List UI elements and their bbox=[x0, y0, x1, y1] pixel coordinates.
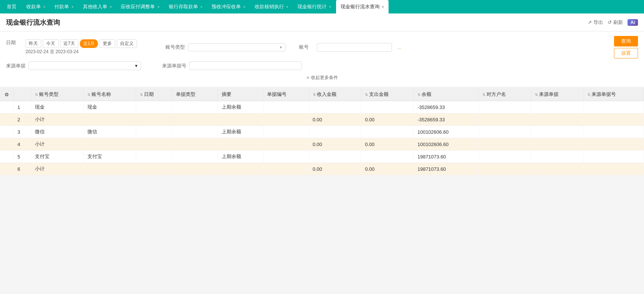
td-expense bbox=[361, 126, 414, 138]
td-date bbox=[136, 163, 172, 175]
collapse-button[interactable]: ∧ 收起更多条件 bbox=[6, 73, 638, 82]
td-counterparty bbox=[479, 151, 531, 163]
td-source-doc-no bbox=[583, 163, 644, 175]
th-date[interactable]: ⇅日期 bbox=[136, 88, 172, 101]
td-date bbox=[136, 101, 172, 113]
source-doc-select[interactable]: ▾ bbox=[29, 61, 141, 70]
nav-tab-fukuandan[interactable]: 付款单 × bbox=[50, 0, 78, 13]
td-voucher-no bbox=[263, 151, 309, 163]
nav-tab-yingshouyingfu[interactable]: 应收应付调整单 × bbox=[116, 0, 164, 13]
th-balance[interactable]: ⇅余额 bbox=[413, 88, 478, 101]
th-source-doc[interactable]: ⇅来源单据 bbox=[531, 88, 583, 101]
td-index: 6 bbox=[14, 163, 31, 175]
td-balance: -3528659.33 bbox=[413, 101, 478, 113]
date-btn-yesterday[interactable]: 昨天 bbox=[26, 39, 41, 48]
td-account-type: 小计 bbox=[31, 138, 84, 151]
td-source-doc-no bbox=[583, 113, 644, 126]
date-btn-more[interactable]: 更多 bbox=[99, 39, 115, 48]
th-source-doc-no[interactable]: ⇅来源单据号 bbox=[583, 88, 644, 101]
th-account-type[interactable]: ⇅账号类型 bbox=[31, 88, 84, 101]
th-counterparty[interactable]: ⇅对方户名 bbox=[479, 88, 531, 101]
td-account-type: 支付宝 bbox=[31, 151, 84, 163]
td-gear bbox=[0, 126, 14, 138]
td-voucher-type bbox=[172, 151, 218, 163]
td-account-type: 小计 bbox=[31, 163, 84, 175]
query-button[interactable]: 查询 bbox=[614, 36, 638, 46]
close-icon[interactable]: × bbox=[200, 4, 203, 9]
nav-tab-xianjinliushui[interactable]: 现金银行流水查询 × bbox=[336, 0, 389, 13]
td-summary: 上期余额 bbox=[218, 151, 263, 163]
td-counterparty bbox=[479, 101, 531, 113]
td-gear bbox=[0, 151, 14, 163]
th-gear[interactable]: ⚙ bbox=[0, 88, 14, 101]
nav-tab-yushou[interactable]: 预收冲应收单 × bbox=[207, 0, 250, 13]
td-source-doc-no bbox=[583, 151, 644, 163]
td-gear bbox=[0, 113, 14, 126]
td-summary bbox=[218, 163, 263, 175]
nav-tab-yinhangcunqu[interactable]: 银行存取款单 × bbox=[164, 0, 207, 13]
close-icon[interactable]: × bbox=[157, 4, 159, 9]
td-voucher-type bbox=[172, 113, 218, 126]
td-gear bbox=[0, 101, 14, 113]
td-source-doc bbox=[531, 138, 583, 151]
action-buttons: 查询 设置 bbox=[614, 36, 638, 58]
td-voucher-type bbox=[172, 163, 218, 175]
close-icon[interactable]: × bbox=[110, 4, 112, 9]
td-voucher-type bbox=[172, 138, 218, 151]
td-account-name bbox=[84, 163, 136, 175]
td-date bbox=[136, 151, 172, 163]
settings-button[interactable]: 设置 bbox=[614, 48, 638, 58]
account-type-select[interactable]: ▾ bbox=[188, 43, 285, 51]
account-dots-button[interactable]: ... bbox=[395, 44, 404, 51]
td-source-doc-no bbox=[583, 126, 644, 138]
export-button[interactable]: ↗ 导出 bbox=[588, 19, 603, 26]
td-voucher-no bbox=[263, 163, 309, 175]
close-icon[interactable]: × bbox=[43, 4, 45, 9]
td-summary bbox=[218, 113, 263, 126]
date-btn-today[interactable]: 今天 bbox=[43, 39, 59, 48]
source-doc-num-input[interactable] bbox=[193, 63, 299, 69]
date-btn-custom[interactable]: 自定义 bbox=[117, 39, 137, 48]
td-expense: 0.00 bbox=[361, 138, 414, 151]
th-account-name[interactable]: ⇅账号名称 bbox=[84, 88, 136, 101]
nav-tab-xianjintongji[interactable]: 现金银行统计 × bbox=[293, 0, 336, 13]
td-source-doc bbox=[531, 113, 583, 126]
table-row: 4小计0.000.00100102606.60 bbox=[0, 138, 644, 151]
filter-area: 日期 昨天 今天 近7天 近1月 更多 自定义 2023-02-24 至 202… bbox=[0, 31, 644, 87]
page-header: 现金银行流水查询 ↗ 导出 ↺ 刷新 Ai bbox=[0, 13, 644, 31]
date-btn-7days[interactable]: 近7天 bbox=[60, 39, 78, 48]
refresh-icon: ↺ bbox=[608, 19, 612, 25]
td-source-doc bbox=[531, 163, 583, 175]
th-summary: 摘要 bbox=[218, 88, 263, 101]
nav-home[interactable]: 首页 bbox=[2, 0, 22, 13]
th-income[interactable]: ⇅收入金额 bbox=[309, 88, 361, 101]
td-source-doc bbox=[531, 151, 583, 163]
nav-tab-qitashouru[interactable]: 其他收入单 × bbox=[78, 0, 116, 13]
td-source-doc-no bbox=[583, 138, 644, 151]
td-counterparty bbox=[479, 113, 531, 126]
td-summary: 上期余额 bbox=[218, 101, 263, 113]
close-icon[interactable]: × bbox=[71, 4, 74, 9]
refresh-button[interactable]: ↺ 刷新 bbox=[608, 19, 623, 26]
td-summary: 上期余额 bbox=[218, 126, 263, 138]
nav-tab-shoukuanhe[interactable]: 收款核销执行 × bbox=[250, 0, 293, 13]
td-counterparty bbox=[479, 163, 531, 175]
ai-button[interactable]: Ai bbox=[627, 19, 638, 26]
th-expense[interactable]: ⇅支出金额 bbox=[361, 88, 414, 101]
td-income: 0.00 bbox=[309, 113, 361, 126]
account-input-wrap bbox=[317, 43, 392, 52]
close-icon[interactable]: × bbox=[286, 4, 288, 9]
date-buttons: 昨天 今天 近7天 近1月 更多 自定义 bbox=[26, 39, 137, 48]
close-icon[interactable]: × bbox=[243, 4, 245, 9]
td-balance: -3528659.33 bbox=[413, 113, 478, 126]
account-input[interactable] bbox=[320, 45, 389, 50]
source-doc-num-label: 来源单据号 bbox=[162, 63, 186, 69]
td-balance: 100102606.60 bbox=[413, 126, 478, 138]
close-icon[interactable]: × bbox=[382, 4, 384, 9]
nav-tab-shoukuandan[interactable]: 收款单 × bbox=[22, 0, 50, 13]
filter-row-1: 日期 昨天 今天 近7天 近1月 更多 自定义 2023-02-24 至 202… bbox=[6, 36, 638, 58]
td-income bbox=[309, 126, 361, 138]
close-icon[interactable]: × bbox=[329, 4, 331, 9]
date-range-display: 2023-02-24 至 2023-03-24 bbox=[26, 49, 137, 55]
date-btn-1month[interactable]: 近1月 bbox=[80, 39, 98, 48]
